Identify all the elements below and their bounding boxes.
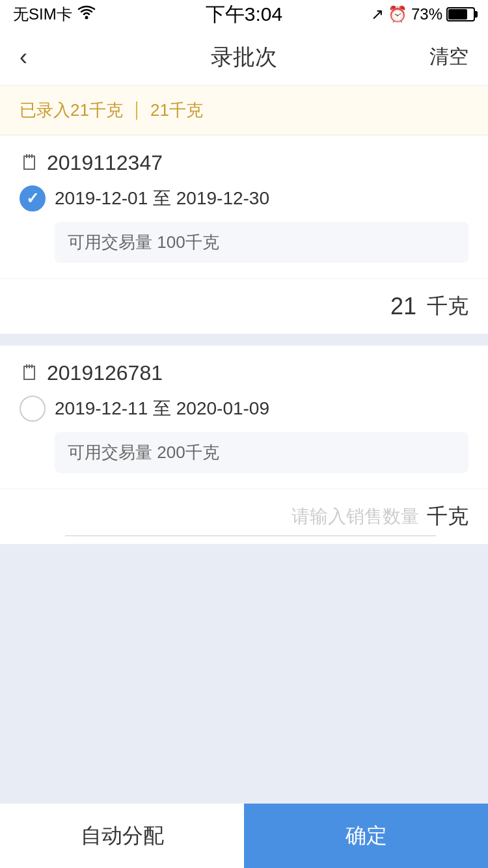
- batch2-card: 🗒 2019126781 2019-12-11 至 2020-01-09 可用交…: [0, 346, 488, 489]
- auto-distribute-button[interactable]: 自动分配: [0, 804, 244, 868]
- battery-icon: [446, 7, 475, 21]
- page-title: 录批次: [211, 42, 277, 72]
- doc-icon-1: 🗒: [20, 151, 40, 175]
- batch2-input-underline: [65, 536, 436, 536]
- section-divider: [0, 339, 488, 346]
- alarm-icon: ⏰: [388, 5, 407, 23]
- carrier-text: 无SIM卡: [13, 4, 72, 25]
- batch2-date-row[interactable]: 2019-12-11 至 2020-01-09: [20, 396, 468, 422]
- batch2-id-row: 🗒 2019126781: [20, 361, 468, 385]
- info-value: 21千克: [150, 99, 203, 122]
- location-icon: ↗: [371, 5, 384, 23]
- gray-area: [0, 549, 488, 822]
- batch1-card: 🗒 2019112347 2019-12-01 至 2019-12-30 可用交…: [0, 135, 488, 279]
- clear-button[interactable]: 清空: [429, 44, 468, 70]
- batch1-quantity-value[interactable]: 21: [390, 293, 416, 320]
- wifi-icon: [77, 5, 96, 23]
- batch1-quantity-row: 21 千克: [0, 279, 488, 339]
- batch2-input-placeholder[interactable]: 请输入销售数量: [291, 504, 419, 529]
- batch1-date-row[interactable]: 2019-12-01 至 2019-12-30: [20, 185, 468, 211]
- batch2-radio[interactable]: [20, 396, 46, 422]
- batch1-id: 2019112347: [47, 151, 163, 175]
- status-time: 下午3:04: [206, 1, 282, 28]
- info-label: 已录入21千克: [20, 99, 123, 122]
- batch1-radio[interactable]: [20, 185, 46, 211]
- batch1-available: 可用交易量 100千克: [55, 222, 468, 263]
- back-button[interactable]: ‹: [20, 44, 59, 71]
- doc-icon-2: 🗒: [20, 361, 40, 385]
- status-bar: 无SIM卡 下午3:04 ↗ ⏰ 73%: [0, 0, 488, 29]
- batch2-date: 2019-12-11 至 2020-01-09: [55, 396, 269, 421]
- batch1-quantity-area: 21: [390, 293, 416, 320]
- bottom-bar: 自动分配 确定: [0, 803, 488, 868]
- battery-percent: 73%: [411, 5, 442, 23]
- confirm-button[interactable]: 确定: [244, 804, 488, 868]
- status-right: ↗ ⏰ 73%: [371, 5, 475, 23]
- batch1-date: 2019-12-01 至 2019-12-30: [55, 186, 269, 211]
- batch2-available: 可用交易量 200千克: [55, 432, 468, 473]
- batch1-id-row: 🗒 2019112347: [20, 151, 468, 175]
- status-left: 无SIM卡: [13, 4, 96, 25]
- svg-point-0: [85, 16, 88, 20]
- batch2-id: 2019126781: [47, 361, 163, 385]
- batch1-unit: 千克: [427, 292, 468, 321]
- info-banner: 已录入21千克 21千克: [0, 86, 488, 135]
- batch2-input-row: 请输入销售数量 千克: [0, 489, 488, 549]
- batch2-unit: 千克: [427, 502, 468, 531]
- nav-bar: ‹ 录批次 清空: [0, 29, 488, 86]
- info-divider: [136, 102, 137, 120]
